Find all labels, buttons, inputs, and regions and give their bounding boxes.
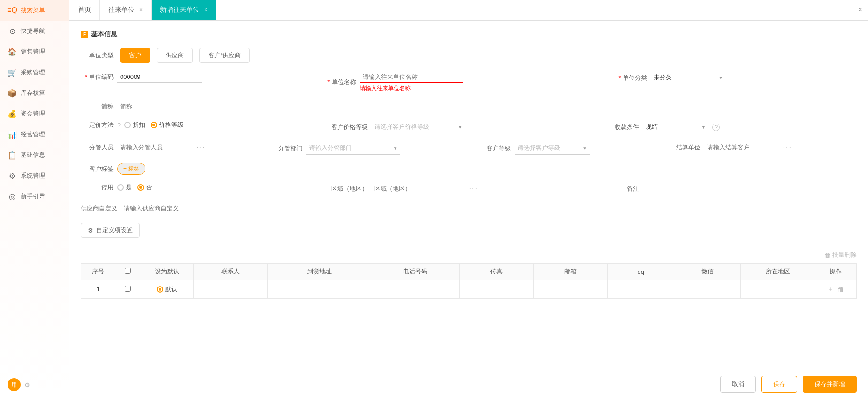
row-wechat[interactable] <box>674 280 741 299</box>
disabled-label: 停用 <box>81 183 114 192</box>
wechat-input[interactable] <box>691 284 724 295</box>
tab-home-label: 首页 <box>78 6 91 14</box>
sidebar-item-system[interactable]: ⚙ 系统管理 <box>0 165 69 186</box>
email-input[interactable] <box>552 284 589 295</box>
tab-home[interactable]: 首页 <box>69 0 100 20</box>
table-actions: 🗑 批量删除 <box>81 251 857 259</box>
batch-delete-icon: 🗑 <box>824 252 830 259</box>
price-level-label: 价格等级 <box>159 121 183 129</box>
payment-terms-help-icon[interactable]: ? <box>712 124 720 131</box>
abbreviation-input[interactable] <box>117 101 202 112</box>
finance-icon: 💰 <box>8 109 17 118</box>
unit-type-customer[interactable]: 客户 <box>120 48 150 63</box>
delete-row-button[interactable]: 🗑 <box>838 286 844 293</box>
manager-more[interactable]: ··· <box>196 143 205 152</box>
col-region: 所在地区 <box>741 264 815 280</box>
phone-input[interactable] <box>392 284 439 295</box>
cancel-button[interactable]: 取消 <box>720 376 756 393</box>
qq-input[interactable] <box>624 284 657 295</box>
row-default[interactable]: 默认 <box>140 280 194 299</box>
fax-input[interactable] <box>478 284 515 295</box>
row-phone[interactable] <box>371 280 460 299</box>
field-customer-level: 客户等级 请选择客户等级 ▼ <box>478 142 667 155</box>
col-wechat: 微信 <box>674 264 741 280</box>
customer-level-select[interactable]: 请选择客户等级 ▼ <box>515 142 590 155</box>
manager-input[interactable] <box>117 142 192 153</box>
unit-type-supplier[interactable]: 供应商 <box>157 48 193 63</box>
save-button[interactable]: 保存 <box>761 376 797 393</box>
sidebar-item-inventory[interactable]: 📦 库存核算 <box>0 83 69 103</box>
remark-input[interactable] <box>643 183 784 194</box>
batch-delete-button[interactable]: 🗑 批量删除 <box>824 251 857 259</box>
contact-input[interactable] <box>212 284 250 295</box>
settings-icon[interactable]: ⚙ <box>24 381 30 388</box>
disabled-yes[interactable]: 是 <box>117 183 132 192</box>
sidebar-item-quick-nav[interactable]: ⊙ 快捷导航 <box>0 21 69 41</box>
pricing-help-icon[interactable]: ? <box>117 122 121 129</box>
add-row-button[interactable]: ＋ <box>827 285 834 294</box>
unit-type-row: 单位类型 客户 供应商 客户/供应商 <box>81 48 857 63</box>
tab-units[interactable]: 往来单位 × <box>100 0 152 20</box>
unit-category-select[interactable]: 未分类 ▼ <box>651 71 726 84</box>
col-checkbox[interactable] <box>115 264 140 280</box>
row-address[interactable] <box>268 280 371 299</box>
sidebar-item-search[interactable]: ≡Q 搜索菜单 <box>0 0 69 21</box>
default-circle[interactable] <box>157 286 163 293</box>
add-tag-button[interactable]: + 标签 <box>117 163 145 175</box>
field-department: 分管部门 请输入分管部门 ▼ <box>270 142 478 155</box>
tab-new-unit[interactable]: 新增往来单位 × <box>152 0 216 20</box>
row-contact[interactable] <box>194 280 268 299</box>
unit-name-label: 单位名称 <box>323 78 356 86</box>
settlement-unit-input[interactable] <box>704 142 779 153</box>
row-checkbox[interactable] <box>115 280 140 299</box>
field-manager: 分管人员 ··· <box>81 142 270 153</box>
unit-code-label: 单位编码 <box>81 73 114 81</box>
region-more[interactable]: ··· <box>469 185 478 193</box>
department-select[interactable]: 请输入分管部门 ▼ <box>306 142 400 155</box>
customer-price-level-select[interactable]: 请选择客户价格等级 ▼ <box>372 121 465 133</box>
close-all-tabs[interactable]: × <box>858 6 862 14</box>
sidebar-item-sales[interactable]: 🏠 销售管理 <box>0 41 69 62</box>
search-icon: ≡Q <box>8 6 17 15</box>
row-email[interactable] <box>533 280 608 299</box>
abbreviation-label: 简称 <box>81 102 114 111</box>
table-section: 🗑 批量删除 序号 设为默认 <box>81 251 857 299</box>
row-region-input[interactable] <box>759 284 797 295</box>
tab-new-unit-close[interactable]: × <box>204 7 207 13</box>
unit-name-input[interactable] <box>360 71 463 83</box>
unit-code-input[interactable] <box>117 71 202 83</box>
payment-terms-select[interactable]: 现结 ▼ <box>643 121 708 133</box>
disabled-no[interactable]: 否 <box>137 183 152 192</box>
row-qq[interactable] <box>608 280 674 299</box>
payment-terms-chevron: ▼ <box>701 124 706 130</box>
sidebar-item-guide[interactable]: ◎ 新手引导 <box>0 186 69 207</box>
quick-nav-icon: ⊙ <box>8 26 17 36</box>
sidebar: ≡Q 搜索菜单 ⊙ 快捷导航 🏠 销售管理 🛒 采购管理 📦 库存核算 💰 资金… <box>0 0 69 396</box>
address-input[interactable] <box>291 284 348 295</box>
tab-units-close[interactable]: × <box>139 7 143 13</box>
row-region[interactable] <box>741 280 815 299</box>
sidebar-item-purchase[interactable]: 🛒 采购管理 <box>0 62 69 83</box>
row-select-checkbox[interactable] <box>125 286 131 292</box>
select-all-checkbox[interactable] <box>125 268 131 274</box>
region-input[interactable] <box>372 183 465 194</box>
sidebar-item-basic-info[interactable]: 📋 基础信息 <box>0 145 69 165</box>
settlement-unit-more[interactable]: ··· <box>783 143 792 152</box>
discount-radio[interactable] <box>124 122 131 128</box>
sidebar-item-operations[interactable]: 📊 经营管理 <box>0 124 69 145</box>
sidebar-item-label: 采购管理 <box>21 68 45 77</box>
price-level-radio[interactable] <box>151 122 157 128</box>
unit-type-both[interactable]: 客户/供应商 <box>199 48 250 63</box>
pricing-discount[interactable]: 折扣 <box>124 121 145 129</box>
save-new-button[interactable]: 保存并新增 <box>803 376 857 393</box>
row-default-radio[interactable]: 默认 <box>157 285 177 294</box>
row-fax[interactable] <box>459 280 533 299</box>
sidebar-item-label: 快捷导航 <box>21 27 45 35</box>
pricing-price-level[interactable]: 价格等级 <box>151 121 183 129</box>
supplier-custom-input[interactable] <box>121 203 224 214</box>
disabled-no-radio[interactable] <box>137 184 144 191</box>
customer-price-level-chevron: ▼ <box>458 124 463 130</box>
sidebar-item-finance[interactable]: 💰 资金管理 <box>0 103 69 124</box>
disabled-yes-radio[interactable] <box>117 184 124 191</box>
custom-settings-button[interactable]: ⚙ 自定义项设置 <box>81 223 140 238</box>
